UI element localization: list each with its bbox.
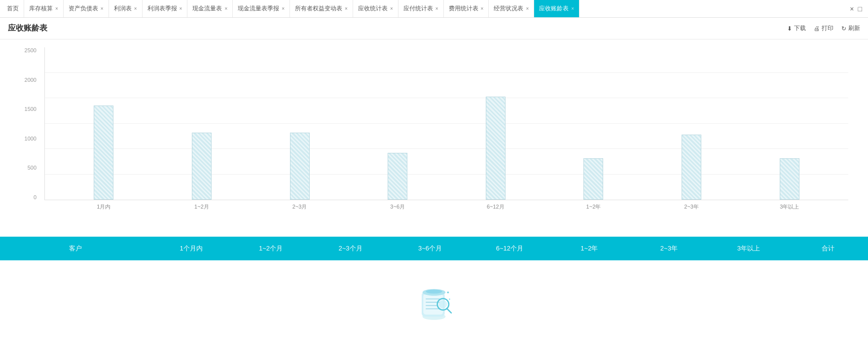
tab-item-ops[interactable]: 经营状况表×: [489, 0, 534, 18]
tab-item-equity[interactable]: 所有者权益变动表×: [290, 0, 353, 18]
header-actions: ⬇ 下载 🖨 打印 ↻ 刷新: [787, 24, 860, 33]
bar-group: [290, 133, 310, 200]
bar: [780, 158, 799, 200]
chart-area: 05001000150020002500 1月内1~2月2~3月3~6月6~12…: [0, 39, 868, 237]
bar: [388, 153, 407, 200]
bar: [94, 106, 113, 200]
y-label: 500: [28, 165, 36, 171]
svg-point-8: [426, 289, 442, 293]
svg-text:✦: ✦: [446, 290, 450, 295]
th-cell-month3_6: 3~6个月: [390, 244, 470, 253]
print-icon: 🖨: [814, 25, 820, 32]
bar-group: [780, 158, 799, 200]
bar-group: [192, 133, 212, 200]
th-cell-month6_12: 6~12个月: [470, 244, 549, 253]
download-icon: ⬇: [787, 25, 792, 32]
chart-plot: 1月内1~2月2~3月3~6月6~12月1~2年2~3年3年以上: [44, 47, 848, 200]
download-label: 下载: [794, 24, 806, 33]
th-cell-month1: 1个月内: [151, 244, 231, 253]
tabs-container: 首页库存核算×资产负债表×利润表×利润表季报×现金流量表×现金流量表季报×所有者…: [2, 0, 579, 18]
tab-item-profit-q[interactable]: 利润表季报×: [143, 0, 188, 18]
tab-label-balance: 资产负债表: [69, 4, 98, 13]
svg-text:✦: ✦: [448, 298, 451, 301]
tab-item-inventory[interactable]: 库存核算×: [24, 0, 64, 18]
bar-group: [486, 97, 506, 200]
tab-label-home: 首页: [7, 4, 19, 13]
refresh-label: 刷新: [848, 24, 860, 33]
tab-label-expense: 费用统计表: [449, 4, 478, 13]
y-label: 1500: [25, 106, 36, 112]
tab-label-ar-aging: 应收账龄表: [539, 4, 569, 13]
bar-group: [388, 153, 407, 200]
tab-close-ar-stat[interactable]: ×: [390, 6, 393, 11]
svg-point-10: [439, 300, 447, 309]
chart-container: 05001000150020002500 1月内1~2月2~3月3~6月6~12…: [20, 47, 848, 215]
tab-label-ops: 经营状况表: [494, 4, 523, 13]
bar-group: [682, 135, 701, 200]
tab-item-home[interactable]: 首页: [2, 0, 24, 18]
tab-close-profit-q[interactable]: ×: [180, 6, 182, 11]
tab-item-ap-stat[interactable]: 应付统计表×: [398, 0, 444, 18]
tab-close-ap-stat[interactable]: ×: [435, 6, 438, 11]
th-cell-total: 合计: [789, 244, 868, 253]
tab-label-ar-stat: 应收统计表: [358, 4, 388, 13]
bar-group: [94, 106, 113, 200]
th-cell-month2_3: 2~3个月: [311, 244, 390, 253]
x-label: 1~2月: [192, 203, 212, 211]
download-button[interactable]: ⬇ 下载: [787, 24, 806, 33]
y-label: 0: [34, 194, 36, 200]
empty-state: ✦ ✦: [0, 260, 868, 344]
bar: [682, 135, 701, 200]
y-label: 2000: [25, 77, 36, 83]
y-label: 1000: [25, 136, 36, 142]
x-label: 2~3月: [290, 203, 310, 211]
refresh-button[interactable]: ↻ 刷新: [841, 24, 860, 33]
x-label: 2~3年: [682, 203, 701, 211]
tab-label-equity: 所有者权益变动表: [295, 4, 342, 13]
th-cell-year1_2: 1~2年: [549, 244, 629, 253]
tab-label-profit: 利润表: [114, 4, 132, 13]
x-label: 1月内: [94, 203, 113, 211]
bar: [290, 133, 310, 200]
tab-close-equity[interactable]: ×: [345, 6, 348, 11]
main-content: 05001000150020002500 1月内1~2月2~3月3~6月6~12…: [0, 39, 868, 355]
tab-close-cashflow[interactable]: ×: [224, 6, 227, 11]
x-label: 1~2年: [583, 203, 603, 211]
bar: [192, 133, 212, 200]
tab-close-expense[interactable]: ×: [481, 6, 484, 11]
print-button[interactable]: 🖨 打印: [814, 24, 833, 33]
tab-label-inventory: 库存核算: [29, 4, 53, 13]
bars-container: [45, 47, 848, 200]
svg-line-11: [447, 309, 451, 313]
tab-item-cashflow-q[interactable]: 现金流量表季报×: [233, 0, 290, 18]
print-label: 打印: [822, 24, 833, 33]
y-label: 2500: [25, 47, 36, 53]
x-label: 3年以上: [780, 203, 799, 211]
maximize-button[interactable]: □: [858, 5, 862, 13]
minimize-button[interactable]: ×: [850, 5, 854, 13]
x-axis: 1月内1~2月2~3月3~6月6~12月1~2年2~3年3年以上: [45, 203, 848, 211]
window-controls: × □: [850, 5, 866, 13]
tab-close-balance[interactable]: ×: [101, 6, 104, 11]
tab-label-ap-stat: 应付统计表: [403, 4, 433, 13]
tab-item-cashflow[interactable]: 现金流量表×: [187, 0, 233, 18]
tab-close-ops[interactable]: ×: [526, 6, 529, 11]
tab-label-cashflow-q: 现金流量表季报: [238, 4, 279, 13]
table-header: 客户1个月内1~2个月2~3个月3~6个月6~12个月1~2年2~3年3年以上合…: [0, 237, 868, 260]
tab-close-cashflow-q[interactable]: ×: [282, 6, 285, 11]
page-title: 应收账龄表: [8, 23, 47, 34]
y-axis: 05001000150020002500: [20, 47, 39, 200]
tab-label-cashflow: 现金流量表: [192, 4, 222, 13]
tab-item-profit[interactable]: 利润表×: [109, 0, 143, 18]
tab-item-ar-stat[interactable]: 应收统计表×: [353, 0, 398, 18]
refresh-icon: ↻: [841, 25, 846, 32]
tab-close-ar-aging[interactable]: ×: [571, 6, 574, 11]
bar: [583, 158, 603, 200]
tab-close-inventory[interactable]: ×: [55, 6, 58, 11]
th-cell-year2_3: 2~3年: [629, 244, 709, 253]
tab-item-expense[interactable]: 费用统计表×: [444, 0, 489, 18]
tab-close-profit[interactable]: ×: [134, 6, 137, 11]
tab-item-balance[interactable]: 资产负债表×: [64, 0, 109, 18]
bar-group: [583, 158, 603, 200]
tab-item-ar-aging[interactable]: 应收账龄表×: [534, 0, 579, 18]
